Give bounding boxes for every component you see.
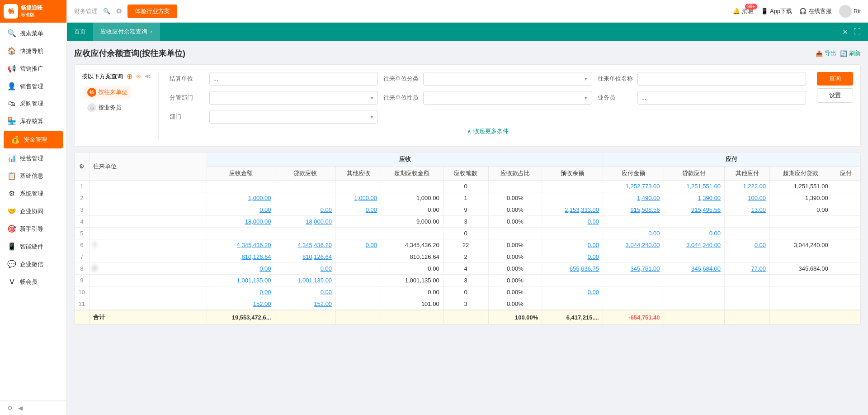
- sidebar-item-label: 库存核算: [20, 117, 43, 125]
- sidebar-item-label: 经营管理: [20, 154, 43, 162]
- sidebar-item-inventory[interactable]: 🏪 库存核算: [0, 112, 66, 130]
- col-r-prepay: 预收余额: [542, 167, 603, 181]
- scheme-by-salesperson[interactable]: ◷ 按业务员: [84, 101, 131, 114]
- sysmgmt-icon: ⚙: [7, 189, 16, 198]
- settlement-unit-input[interactable]: ...: [209, 72, 378, 86]
- table-gear-icon[interactable]: ⚙: [79, 163, 85, 170]
- cta-button[interactable]: 体验行业方案: [127, 5, 177, 18]
- settlement-unit-dots: ...: [213, 76, 218, 82]
- row-p-amount: 0.00: [603, 228, 664, 239]
- sidebar-item-sysmgmt[interactable]: ⚙ 系统管理: [0, 185, 66, 202]
- sidebar-item-quicknav[interactable]: 🏠 快捷导航: [0, 42, 66, 60]
- col-p-amount: 应付金额: [603, 167, 664, 181]
- tab-receivable-query[interactable]: 应收应付余额查询 ×: [93, 23, 160, 41]
- row-r-amount: 0.00: [207, 204, 275, 216]
- sidebar-item-marketing[interactable]: 📢 营销推广: [0, 60, 66, 77]
- filter-settlement-unit: 结算单位 ...: [170, 72, 378, 86]
- query-button[interactable]: 查询: [817, 72, 853, 86]
- row-r-ratio: 0.00%: [488, 192, 542, 204]
- row-p-overdue: 1,390.00: [770, 192, 832, 204]
- row-p-loan: [664, 216, 725, 228]
- dept-select[interactable]: ▼: [209, 110, 378, 124]
- partner-category-select[interactable]: ▼: [423, 72, 592, 86]
- row-r-count: 4: [443, 263, 488, 275]
- row-p-other: [725, 216, 770, 228]
- wechat-icon: 💬: [7, 260, 16, 268]
- row-p-overdue: 345,684.00: [770, 263, 832, 275]
- header-search-icon[interactable]: 🔍: [103, 8, 110, 14]
- sidebar-item-wechat[interactable]: 💬 企业微信: [0, 255, 66, 273]
- filter-title: 按以下方案查询: [82, 72, 123, 81]
- tab-home[interactable]: 首页: [67, 23, 93, 41]
- row-r-prepay: [542, 181, 603, 192]
- sidebar-item-basicinfo[interactable]: 📋 基础信息: [0, 167, 66, 185]
- row-p-overdue: [770, 286, 832, 298]
- refresh-button[interactable]: 🔄 刷新: [840, 49, 861, 57]
- sidebar-item-label: 营销推广: [20, 65, 43, 73]
- row-r-amount: 810,126.64: [207, 251, 275, 263]
- row-p-other: [725, 298, 770, 310]
- col-r-count: 应收笔数: [443, 167, 488, 181]
- row-r-prepay: [542, 275, 603, 286]
- sidebar-item-smarthw[interactable]: 📱 智能硬件: [0, 238, 66, 255]
- sidebar-item-member[interactable]: Ⅴ 畅会员: [0, 273, 66, 291]
- sidebar-item-operations[interactable]: 📊 经营管理: [0, 149, 66, 167]
- partner-name-input[interactable]: [637, 72, 806, 86]
- table-row: 1 0 1,252,773.00 1,251,551.00 1,222.00 1…: [75, 181, 860, 192]
- col-r-loan: 贷款应收: [275, 167, 336, 181]
- sidebar-item-collab[interactable]: 🤝 企业协同: [0, 202, 66, 220]
- row-r-prepay: 2,153,333.00: [542, 204, 603, 216]
- filter-partner-nature: 往来单位性质 ▼: [383, 91, 592, 105]
- row-p-overdue: [770, 251, 832, 263]
- row-num: 7: [75, 251, 89, 263]
- filter-add-button[interactable]: ⊕: [127, 72, 132, 81]
- header-gear-icon[interactable]: ⚙: [116, 7, 122, 15]
- service-button[interactable]: 🎧 在线客服: [799, 7, 832, 15]
- service-icon: 🎧: [799, 8, 807, 14]
- filter-collapse-button[interactable]: ≪: [145, 73, 151, 80]
- sidebar-item-sales[interactable]: 👤 销售管理: [0, 77, 66, 95]
- tab-close-icon[interactable]: ×: [150, 29, 153, 34]
- partner-nature-select[interactable]: ▼: [423, 91, 592, 105]
- home-icon: 🏠: [7, 47, 16, 55]
- avatar: [839, 5, 852, 18]
- row-r-loan: 0.00: [275, 263, 336, 275]
- row-r-count: 3: [443, 216, 488, 228]
- expand-window-icon[interactable]: ⛶: [854, 28, 861, 36]
- member-icon: Ⅴ: [7, 277, 16, 286]
- table-row: 11 152.00 152.00 101.00 3 0.00%: [75, 298, 860, 310]
- close-window-icon[interactable]: ✕: [842, 28, 848, 36]
- row-p-extra: [832, 286, 860, 298]
- row-p-loan: 1,251,551.00: [664, 181, 725, 192]
- marketing-icon: 📢: [7, 64, 16, 73]
- filter-gear-button[interactable]: ⊙: [136, 73, 141, 80]
- row-r-other: 0.00: [336, 204, 381, 216]
- chevron-down-icon: ▼: [584, 76, 588, 81]
- export-button[interactable]: 📤 导出: [816, 49, 836, 57]
- salesperson-label: 业务员: [598, 94, 634, 102]
- settings-icon[interactable]: ⚙: [7, 405, 13, 411]
- dept-in-charge-select[interactable]: ▼: [209, 91, 378, 105]
- row-r-prepay: 0.00: [542, 216, 603, 228]
- notice-button[interactable]: 🔔 消息 99+: [733, 7, 754, 15]
- row-r-loan: [275, 181, 336, 192]
- scheme-by-partner[interactable]: 畅 按往来单位: [84, 86, 131, 99]
- filter-department: 部门 ▼: [170, 110, 378, 124]
- row-partner: [89, 204, 207, 216]
- row-r-amount: 18,000.00: [207, 216, 275, 228]
- row-p-amount: [603, 286, 664, 298]
- app-download-button[interactable]: 📱 App下载: [761, 7, 792, 15]
- sidebar-item-purchase[interactable]: 🛍 采购管理: [0, 95, 66, 112]
- sidebar-item-search[interactable]: 🔍 搜索菜单: [0, 24, 66, 42]
- user-menu[interactable]: Rit: [839, 5, 861, 18]
- dept-label: 部门: [170, 113, 206, 121]
- row-num: 6: [75, 239, 89, 251]
- collapse-icon[interactable]: ◀: [18, 405, 23, 411]
- username: Rit: [854, 8, 861, 14]
- inventory-icon: 🏪: [7, 117, 16, 125]
- set-button[interactable]: 设置: [817, 88, 853, 103]
- collapse-more-button[interactable]: ∧ 收起更多条件: [170, 124, 806, 139]
- sidebar-item-finance[interactable]: 💰 资金管理: [4, 131, 63, 148]
- salesperson-input[interactable]: ...: [637, 91, 806, 105]
- sidebar-item-guide[interactable]: 🎯 新手引导: [0, 220, 66, 238]
